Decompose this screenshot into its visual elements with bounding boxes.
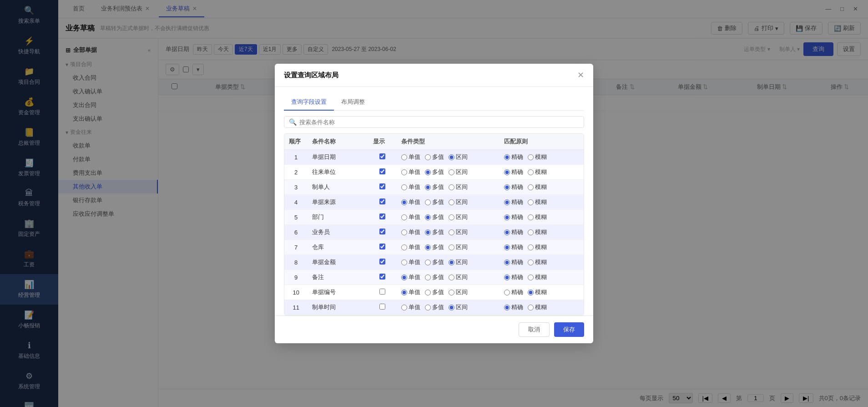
- type-option-多值[interactable]: 多值: [425, 258, 444, 266]
- match-option-精确[interactable]: 精确: [504, 258, 523, 266]
- match-option-模糊[interactable]: 模糊: [528, 228, 547, 236]
- show-checkbox-8[interactable]: [379, 259, 385, 265]
- match-option-模糊[interactable]: 模糊: [528, 168, 547, 176]
- row-match-radio-group: 精确模糊: [500, 180, 584, 195]
- match-option-模糊[interactable]: 模糊: [528, 273, 547, 281]
- row-show-checkbox[interactable]: [368, 255, 397, 270]
- row-match-radio-group: 精确模糊: [500, 210, 584, 225]
- show-checkbox-4[interactable]: [379, 198, 385, 204]
- match-option-模糊[interactable]: 模糊: [528, 183, 547, 191]
- row-match-radio-group: 精确模糊: [500, 240, 584, 255]
- show-checkbox-6[interactable]: [379, 229, 385, 234]
- show-checkbox-2[interactable]: [379, 168, 385, 174]
- row-type-radio-group: 单值多值区间: [397, 225, 500, 240]
- show-checkbox-1[interactable]: [379, 153, 385, 159]
- row-match-radio-group: 精确模糊: [500, 255, 584, 270]
- type-option-多值[interactable]: 多值: [425, 213, 444, 221]
- match-option-模糊[interactable]: 模糊: [528, 198, 547, 206]
- config-table-container: 顺序 条件名称 显示 条件类型 匹配原则 1单据日期单值多值区间精确模糊2往来单…: [284, 133, 584, 315]
- match-option-精确[interactable]: 精确: [504, 228, 523, 236]
- show-checkbox-11[interactable]: [379, 304, 385, 310]
- type-option-多值[interactable]: 多值: [425, 273, 444, 281]
- row-show-checkbox[interactable]: [368, 300, 397, 315]
- type-option-多值[interactable]: 多值: [425, 198, 444, 206]
- row-match-radio-group: 精确模糊: [500, 225, 584, 240]
- type-option-单值[interactable]: 单值: [401, 183, 420, 191]
- dialog-save-btn[interactable]: 保存: [554, 322, 584, 337]
- type-option-区间[interactable]: 区间: [449, 213, 468, 221]
- match-option-精确[interactable]: 精确: [504, 183, 523, 191]
- type-option-多值[interactable]: 多值: [425, 183, 444, 191]
- type-option-区间[interactable]: 区间: [449, 183, 468, 191]
- type-option-单值[interactable]: 单值: [401, 258, 420, 266]
- type-option-单值[interactable]: 单值: [401, 168, 420, 176]
- row-show-checkbox[interactable]: [368, 285, 397, 300]
- config-table: 顺序 条件名称 显示 条件类型 匹配原则 1单据日期单值多值区间精确模糊2往来单…: [284, 134, 584, 315]
- match-option-精确[interactable]: 精确: [504, 273, 523, 281]
- dialog-tab-layout[interactable]: 布局调整: [334, 94, 372, 111]
- row-show-checkbox[interactable]: [368, 165, 397, 180]
- type-option-多值[interactable]: 多值: [425, 228, 444, 236]
- match-option-模糊[interactable]: 模糊: [528, 243, 547, 251]
- type-option-区间[interactable]: 区间: [449, 303, 468, 311]
- row-type-radio-group: 单值多值区间: [397, 270, 500, 285]
- col-header-name: 条件名称: [308, 134, 368, 150]
- type-option-区间[interactable]: 区间: [449, 228, 468, 236]
- match-option-精确[interactable]: 精确: [504, 303, 523, 311]
- show-checkbox-7[interactable]: [379, 244, 385, 249]
- match-option-精确[interactable]: 精确: [504, 153, 523, 161]
- row-show-checkbox[interactable]: [368, 225, 397, 240]
- type-option-单值[interactable]: 单值: [401, 153, 420, 161]
- row-show-checkbox[interactable]: [368, 210, 397, 225]
- row-show-checkbox[interactable]: [368, 270, 397, 285]
- row-condition-name: 备注: [308, 270, 368, 285]
- type-option-单值[interactable]: 单值: [401, 213, 420, 221]
- type-option-区间[interactable]: 区间: [449, 243, 468, 251]
- match-option-模糊[interactable]: 模糊: [528, 213, 547, 221]
- type-option-单值[interactable]: 单值: [401, 198, 420, 206]
- row-show-checkbox[interactable]: [368, 150, 397, 165]
- row-show-checkbox[interactable]: [368, 180, 397, 195]
- type-option-区间[interactable]: 区间: [449, 168, 468, 176]
- type-option-区间[interactable]: 区间: [449, 153, 468, 161]
- type-option-多值[interactable]: 多值: [425, 153, 444, 161]
- type-option-区间[interactable]: 区间: [449, 288, 468, 296]
- match-option-精确[interactable]: 精确: [504, 168, 523, 176]
- type-option-单值[interactable]: 单值: [401, 288, 420, 296]
- show-checkbox-10[interactable]: [379, 289, 385, 295]
- dialog-header: 设置查询区域布局 ✕: [275, 64, 593, 87]
- dialog-close-btn[interactable]: ✕: [577, 70, 584, 80]
- show-checkbox-5[interactable]: [379, 214, 385, 219]
- match-option-精确[interactable]: 精确: [504, 243, 523, 251]
- type-option-单值[interactable]: 单值: [401, 303, 420, 311]
- match-option-模糊[interactable]: 模糊: [528, 288, 547, 296]
- type-option-单值[interactable]: 单值: [401, 228, 420, 236]
- row-type-radio-group: 单值多值区间: [397, 240, 500, 255]
- row-show-checkbox[interactable]: [368, 195, 397, 210]
- row-condition-name: 单据来源: [308, 195, 368, 210]
- type-option-多值[interactable]: 多值: [425, 168, 444, 176]
- dialog-tab-fields[interactable]: 查询字段设置: [284, 94, 334, 111]
- row-type-radio-group: 单值多值区间: [397, 300, 500, 315]
- row-type-radio-group: 单值多值区间: [397, 255, 500, 270]
- search-input[interactable]: [299, 119, 579, 126]
- show-checkbox-9[interactable]: [379, 274, 385, 280]
- show-checkbox-3[interactable]: [379, 183, 385, 189]
- match-option-模糊[interactable]: 模糊: [528, 153, 547, 161]
- match-option-模糊[interactable]: 模糊: [528, 303, 547, 311]
- row-show-checkbox[interactable]: [368, 240, 397, 255]
- cancel-btn[interactable]: 取消: [519, 322, 550, 337]
- match-option-精确[interactable]: 精确: [504, 198, 523, 206]
- match-option-精确[interactable]: 精确: [504, 213, 523, 221]
- type-option-多值[interactable]: 多值: [425, 243, 444, 251]
- type-option-多值[interactable]: 多值: [425, 288, 444, 296]
- dialog-tabs: 查询字段设置布局调整: [284, 94, 584, 111]
- type-option-区间[interactable]: 区间: [449, 258, 468, 266]
- type-option-单值[interactable]: 单值: [401, 273, 420, 281]
- match-option-精确[interactable]: 精确: [504, 288, 523, 296]
- type-option-多值[interactable]: 多值: [425, 303, 444, 311]
- type-option-单值[interactable]: 单值: [401, 243, 420, 251]
- match-option-模糊[interactable]: 模糊: [528, 258, 547, 266]
- type-option-区间[interactable]: 区间: [449, 273, 468, 281]
- type-option-区间[interactable]: 区间: [449, 198, 468, 206]
